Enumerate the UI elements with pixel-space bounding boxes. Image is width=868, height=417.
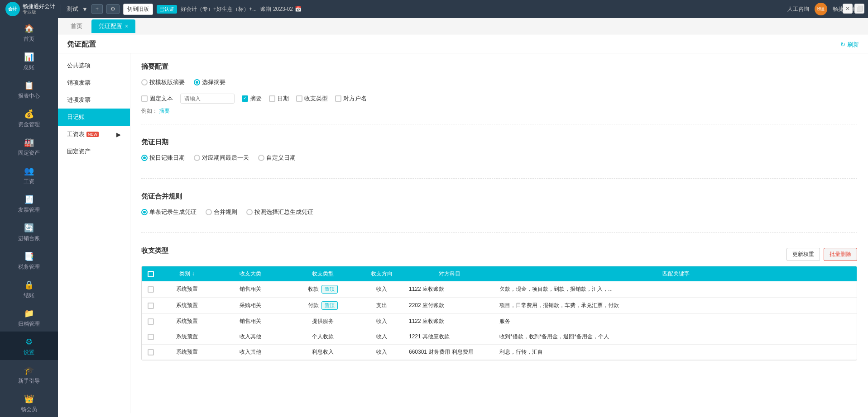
row1-keyword: 欠款，现金，项目款，到款，报销款，汇入，... — [495, 281, 857, 297]
invoice-icon: 🧾 — [24, 194, 34, 204]
row5-major: 收入其他 — [214, 345, 287, 360]
sidebar-item-payroll[interactable]: 👥 工资 — [0, 161, 58, 189]
sidebar-item-settings[interactable]: ⚙ 设置 — [0, 332, 58, 360]
sidebar-label-close: 结账 — [24, 292, 34, 299]
sidebar: 🏠 首页 📊 总账 📋 报表中心 💰 资金管理 🏭 固定资产 👥 工资 🧾 发票… — [0, 18, 58, 417]
radio-select-summary[interactable]: 选择摘要 — [194, 78, 225, 86]
row4-type: 个人收款 — [287, 329, 359, 344]
summary-checkbox[interactable]: 摘要 — [242, 95, 262, 103]
nav-item-public[interactable]: 公共选项 — [58, 57, 130, 74]
ledger-icon: 📊 — [24, 52, 34, 62]
header-check[interactable] — [142, 266, 160, 281]
fixed-text-input[interactable] — [180, 94, 235, 104]
row1-tag[interactable]: 置顶 — [321, 285, 338, 294]
home-icon: 🏠 — [24, 24, 34, 33]
radio-custom-date[interactable]: 自定义日期 — [258, 154, 296, 162]
checkbox-summary — [242, 95, 248, 102]
row1-direction: 收入 — [359, 281, 404, 297]
merge-rules-section: 凭证合并规则 单条记录生成凭证 合并规则 — [141, 192, 857, 233]
row5-type: 利息收入 — [287, 345, 359, 360]
table-row: 系统预置 销售相关 提供服务 收入 1122 应收账款 服务 — [142, 314, 857, 329]
tab-home[interactable]: 首页 — [63, 19, 90, 33]
logo: 会计 畅捷通好会计 专业版 — [5, 2, 55, 16]
checkbox-fixed-text — [141, 95, 148, 102]
radio-circle-select — [194, 79, 200, 85]
row2-check[interactable] — [142, 298, 160, 313]
sidebar-item-tax[interactable]: 📑 税务管理 — [0, 246, 58, 275]
update-weight-button[interactable]: 更新权重 — [786, 248, 820, 261]
fixed-text-checkbox[interactable]: 固定文本 — [141, 95, 173, 103]
row3-checkbox[interactable] — [148, 318, 154, 325]
user-avatar[interactable]: B组 — [815, 3, 827, 15]
radio-aggregate[interactable]: 按照选择汇总生成凭证 — [246, 208, 313, 216]
header-checkbox[interactable] — [148, 271, 154, 277]
row2-tag[interactable]: 置顶 — [321, 301, 338, 310]
close-accounts-icon: 🔒 — [24, 280, 34, 290]
income-expense-title: 收支类型 — [141, 246, 168, 255]
row4-keyword: 收到*借款，收到*备用金，退回*备用金，个人 — [495, 329, 857, 344]
row2-checkbox[interactable] — [148, 303, 154, 309]
inner-layout: 公共选项 销项发票 进项发票 日记账 工资表 NEW ▶ — [58, 53, 868, 413]
row4-checkbox[interactable] — [148, 334, 154, 340]
calendar-icon[interactable]: 📅 — [295, 6, 302, 12]
row5-checkbox[interactable] — [148, 349, 154, 355]
add-button[interactable]: + — [91, 4, 103, 14]
sidebar-item-archive[interactable]: 📁 归档管理 — [0, 303, 58, 332]
new-badge: NEW — [86, 132, 99, 137]
sidebar-label-invoice: 发票管理 — [18, 206, 40, 214]
row1-checkbox[interactable] — [148, 286, 154, 293]
help-button[interactable]: 人工咨询 — [787, 5, 809, 13]
sidebar-item-funds[interactable]: 💰 资金管理 — [0, 104, 58, 132]
row3-check[interactable] — [142, 314, 160, 329]
radio-journal-date[interactable]: 按日记账日期 — [141, 154, 185, 162]
expand-icon[interactable]: ▶ — [116, 131, 121, 138]
sidebar-item-home[interactable]: 🏠 首页 — [0, 18, 58, 47]
row5-direction: 收入 — [359, 345, 404, 360]
tab-close-button[interactable]: × — [125, 23, 128, 29]
merge-rules-title: 凭证合并规则 — [141, 192, 857, 201]
row2-major: 采购相关 — [214, 298, 287, 313]
nav-item-fixed-assets-config[interactable]: 固定资产 — [58, 143, 130, 160]
radio-template-summary[interactable]: 按模板版摘要 — [141, 78, 185, 86]
expense-type-checkbox[interactable]: 收支类型 — [296, 95, 328, 103]
checkbox-date — [269, 95, 275, 102]
sidebar-item-reports[interactable]: 📋 报表中心 — [0, 75, 58, 104]
sidebar-label-purchase-sales: 进销台账 — [18, 235, 40, 242]
payroll-icon: 👥 — [24, 166, 34, 176]
refresh-button[interactable]: ↻ 刷新 — [840, 41, 859, 49]
table-actions: 更新权重 批量删除 — [786, 248, 857, 261]
radio-circle-template — [141, 79, 148, 85]
company-dropdown[interactable]: ▼ — [82, 6, 88, 13]
table-header: 类别 ↓ 收支大类 收支类型 收支方向 对方科目 匹配关键字 — [142, 266, 857, 281]
nav-item-sales-invoice[interactable]: 销项发票 — [58, 74, 130, 91]
row1-check[interactable] — [142, 281, 160, 297]
header-category[interactable]: 类别 ↓ — [160, 266, 214, 281]
batch-delete-button[interactable]: 批量删除 — [824, 248, 857, 261]
sidebar-item-close[interactable]: 🔒 结账 — [0, 275, 58, 303]
sidebar-item-fixed-assets[interactable]: 🏭 固定资产 — [0, 132, 58, 161]
nav-item-purchase-invoice[interactable]: 进项发票 — [58, 91, 130, 109]
sidebar-item-invoice[interactable]: 🧾 发票管理 — [0, 189, 58, 218]
sidebar-item-ledger[interactable]: 📊 总账 — [0, 47, 58, 75]
sidebar-item-purchase-sales[interactable]: 🔄 进销台账 — [0, 218, 58, 246]
row5-check[interactable] — [142, 345, 160, 360]
checkbox-expense-type — [296, 95, 302, 102]
date-checkbox[interactable]: 日期 — [269, 95, 289, 103]
counterpart-name-checkbox[interactable]: 对方户名 — [335, 95, 367, 103]
sidebar-label-archive: 归档管理 — [18, 320, 40, 328]
radio-merge-rules[interactable]: 合并规则 — [206, 208, 237, 216]
radio-circle-journal-date — [141, 155, 148, 161]
radio-single-record[interactable]: 单条记录生成凭证 — [141, 208, 197, 216]
settings-button[interactable]: ⚙ — [106, 4, 120, 14]
tab-voucher-config[interactable]: 凭证配置 × — [91, 19, 135, 33]
row1-account: 1122 应收账款 — [404, 281, 495, 297]
switch-version-button[interactable]: 切到旧版 — [123, 4, 153, 15]
sidebar-label-payroll: 工资 — [24, 178, 34, 185]
sidebar-item-guide[interactable]: 🎓 新手引导 — [0, 360, 58, 389]
row4-check[interactable] — [142, 329, 160, 344]
nav-item-payroll-table[interactable]: 工资表 NEW ▶ — [58, 126, 130, 143]
sidebar-item-member[interactable]: 👑 畅会员 — [0, 389, 58, 417]
sidebar-label-funds: 资金管理 — [18, 121, 40, 128]
radio-period-last-day[interactable]: 对应期间最后一天 — [194, 154, 249, 162]
nav-item-journal[interactable]: 日记账 — [58, 109, 130, 126]
